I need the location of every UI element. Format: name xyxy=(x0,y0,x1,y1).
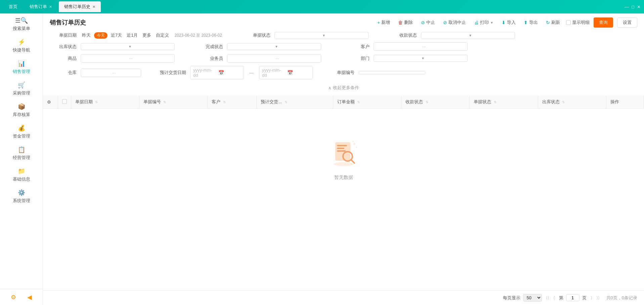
tab-sales-order-history-close[interactable]: ✕ xyxy=(92,5,95,9)
date-option-custom[interactable]: 自定义 xyxy=(155,32,170,39)
sidebar-item-sys-mgmt[interactable]: ⚙️ 系统管理 xyxy=(0,186,43,207)
department-arrow: ▼ xyxy=(421,56,465,60)
display-details-label: 显示明细 xyxy=(572,20,590,26)
th-order-no[interactable]: 单据编号 ⇅ xyxy=(139,96,207,109)
minimize-icon[interactable]: — xyxy=(625,4,629,9)
sidebar-item-search-menu[interactable]: ☰🔍 搜索菜单 xyxy=(0,13,43,35)
outbound-status-select[interactable]: ▼ xyxy=(81,43,175,50)
th-payment-status-sort[interactable]: ⇅ xyxy=(426,100,428,104)
delete-icon: 🗑 xyxy=(398,20,403,25)
tab-sales-order-label: 销售订单 xyxy=(30,4,47,10)
date-option-today[interactable]: 今天 xyxy=(94,32,108,39)
sidebar-item-inventory[interactable]: 📦 库存核算 xyxy=(0,100,43,121)
last-page-icon[interactable]: ⟩⟩ xyxy=(595,295,601,301)
expected-date-end-input[interactable]: yyyy-mm-dd 📅 xyxy=(259,66,313,79)
th-checkbox[interactable] xyxy=(58,96,71,109)
th-outbound-status[interactable]: 出库状态 ⇅ xyxy=(538,96,606,109)
date-option-yesterday[interactable]: 昨天 xyxy=(81,32,92,39)
new-button[interactable]: + 新增 xyxy=(375,18,392,27)
customer-select[interactable]: ··· xyxy=(374,42,468,51)
purchase-mgmt-icon: 🛒 xyxy=(18,81,25,89)
svg-line-7 xyxy=(351,160,354,163)
tab-home[interactable]: 首页 xyxy=(3,1,23,12)
tab-sales-order-history[interactable]: 销售订单历史 ✕ xyxy=(59,1,101,12)
refresh-button[interactable]: ↻ 刷新 xyxy=(544,18,562,27)
th-amount[interactable]: 订单金额 ⇅ xyxy=(333,96,401,109)
quick-nav-icon: ⚡ xyxy=(18,38,25,46)
warehouse-select[interactable]: ··· xyxy=(81,69,141,77)
sidebar-item-quick-nav[interactable]: ⚡ 快捷导航 xyxy=(0,35,43,56)
export-button[interactable]: ⬆ 导出 xyxy=(522,18,540,27)
th-order-status-sort[interactable]: ⇅ xyxy=(494,100,497,104)
tab-sales-order-history-label: 销售订单历史 xyxy=(64,4,90,10)
settings-icon[interactable]: ⚙ xyxy=(47,100,51,105)
sidebar-item-sales-mgmt-label: 销售管理 xyxy=(13,69,30,75)
date-option-7days[interactable]: 近7天 xyxy=(110,32,123,39)
department-select[interactable]: ▼ xyxy=(374,55,468,62)
sidebar-item-sales-mgmt[interactable]: 📊 销售管理 xyxy=(0,56,43,78)
th-order-no-sort[interactable]: ⇅ xyxy=(163,100,166,104)
date-option-1month[interactable]: 近1月 xyxy=(125,32,139,39)
th-date[interactable]: 单据日期 ⇅ xyxy=(71,96,139,109)
product-dots[interactable]: ··· xyxy=(129,56,172,61)
delete-button[interactable]: 🗑 删除 xyxy=(396,18,415,27)
date-separator: — xyxy=(248,70,255,75)
th-expected-delivery-label: 预计交货... xyxy=(261,99,282,104)
completion-status-select[interactable]: ▼ xyxy=(227,43,321,50)
select-all-checkbox[interactable] xyxy=(62,99,67,104)
th-expected-delivery-sort[interactable]: ⇅ xyxy=(285,100,287,104)
close-icon[interactable]: ✕ xyxy=(637,4,641,9)
customer-dots[interactable]: ··· xyxy=(422,44,465,49)
page-title: 销售订单历史 xyxy=(50,18,86,27)
tab-sales-order-close[interactable]: ✕ xyxy=(49,5,52,9)
sidebar-settings-icon[interactable]: ⚙ xyxy=(11,294,16,301)
tab-sales-order[interactable]: 销售订单 ✕ xyxy=(24,1,57,12)
stop-button[interactable]: ⊘ 中止 xyxy=(419,18,437,27)
prev-page-icon[interactable]: ⟨ xyxy=(552,295,556,301)
date-option-more[interactable]: 更多 xyxy=(141,32,153,39)
warehouse-dots[interactable]: ··· xyxy=(112,70,138,75)
collapse-row[interactable]: ∧ 收起更多条件 xyxy=(50,83,637,91)
th-expected-delivery[interactable]: 预计交货... ⇅ xyxy=(257,96,333,109)
th-customer-sort[interactable]: ⇅ xyxy=(223,100,226,104)
first-page-icon[interactable]: ⟨⟨ xyxy=(545,295,551,301)
sidebar-item-purchase-mgmt[interactable]: 🛒 采购管理 xyxy=(0,78,43,100)
print-button[interactable]: 🖨 打印 ▼ xyxy=(472,18,496,27)
next-page-icon[interactable]: ⟩ xyxy=(589,295,594,301)
date-range-value: 2023-06-02 至 2023-06-02 xyxy=(174,33,222,38)
th-payment-status[interactable]: 收款状态 ⇅ xyxy=(401,96,469,109)
sidebar-item-finance[interactable]: 💰 资金管理 xyxy=(0,121,43,143)
settings-button[interactable]: 设置 xyxy=(617,17,637,28)
maximize-icon[interactable]: □ xyxy=(632,4,634,9)
salesperson-select[interactable]: ··· xyxy=(227,54,321,63)
import-button[interactable]: ⬇ 导入 xyxy=(500,18,518,27)
sidebar-item-finance-label: 资金管理 xyxy=(13,133,30,139)
window-actions: — □ ✕ xyxy=(625,4,641,9)
per-page-select[interactable]: 50 10 20 100 xyxy=(523,294,542,302)
expected-date-start-input[interactable]: yyyy-mm-dd 📅 xyxy=(190,66,244,79)
th-order-status[interactable]: 单据状态 ⇅ xyxy=(470,96,538,109)
cancel-stop-button[interactable]: ⊘ 取消中止 xyxy=(441,18,468,27)
outbound-status-arrow: ▼ xyxy=(128,45,172,48)
refresh-label: 刷新 xyxy=(551,20,560,26)
query-button[interactable]: 查询 xyxy=(594,17,613,28)
sidebar-item-operations[interactable]: 📋 经营管理 xyxy=(0,143,43,164)
th-settings[interactable]: ⚙ xyxy=(43,96,58,109)
payment-status-select[interactable]: ▼ xyxy=(421,32,515,39)
product-label: 商品 xyxy=(50,55,77,62)
display-details-checkbox[interactable] xyxy=(566,20,571,25)
page-number-input[interactable] xyxy=(566,294,579,301)
order-status-select[interactable]: ▼ xyxy=(274,32,369,39)
th-customer[interactable]: 客户 ⇅ xyxy=(208,96,257,109)
product-select[interactable]: ··· xyxy=(81,54,175,63)
calendar-end-icon[interactable]: 📅 xyxy=(287,70,310,75)
display-details-toggle[interactable]: 显示明细 xyxy=(566,20,590,26)
th-date-sort[interactable]: ⇅ xyxy=(95,100,98,104)
sidebar-collapse-icon[interactable]: ◀ xyxy=(27,294,32,301)
sidebar-item-base-info[interactable]: 📁 基础信息 xyxy=(0,164,43,186)
order-no-input[interactable] xyxy=(358,71,426,74)
calendar-start-icon[interactable]: 📅 xyxy=(218,70,241,75)
salesperson-dots[interactable]: ··· xyxy=(275,56,318,61)
th-outbound-status-sort[interactable]: ⇅ xyxy=(562,100,565,104)
th-amount-sort[interactable]: ⇅ xyxy=(357,100,360,104)
